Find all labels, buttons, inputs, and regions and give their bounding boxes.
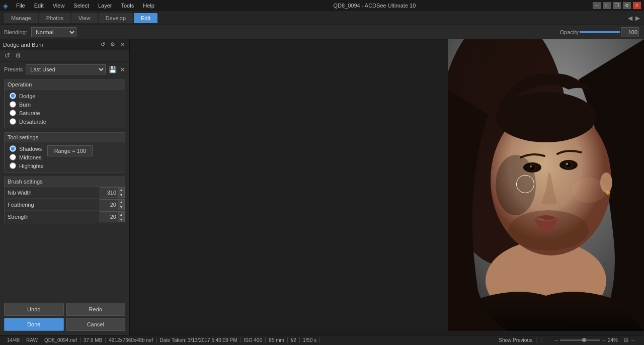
brush-row-strength: Strength ▲ ▼ — [5, 211, 125, 223]
blending-select[interactable]: Normal — [31, 27, 76, 37]
menu-view[interactable]: View — [51, 2, 67, 10]
status-right: Show Previous ⋮⋮ − + 24% ⊞ ↔ — [495, 337, 640, 344]
nav-bar: Manage Photos View Develop Edit ◀ ▶ — [0, 11, 644, 25]
zoom-grid-icon[interactable]: ⊞ — [624, 337, 628, 343]
redo-button[interactable]: Redo — [66, 303, 126, 316]
minimize-button[interactable]: ─ — [593, 2, 601, 9]
portrait-container — [448, 39, 644, 331]
status-iso: ISO 400 — [241, 337, 266, 343]
brush-row-nibwidth: Nib Width ▲ ▼ — [5, 187, 125, 199]
settings-icon[interactable]: ⚙ — [14, 51, 23, 60]
tab-develop[interactable]: Develop — [99, 13, 133, 23]
refresh-icon[interactable]: ↺ — [3, 51, 12, 60]
panel-header: Dodge and Burn ↺ ⚙ ✕ — [0, 39, 129, 50]
tool-settings-radios: Shadows Midtones Highlights — [10, 145, 43, 169]
preset-save-button[interactable]: 💾 — [109, 66, 117, 73]
tool-settings-section: Tool settings Shadows Midtones Highlight… — [4, 132, 125, 172]
preset-delete-button[interactable]: ✕ — [120, 66, 125, 73]
zoom-plus-icon[interactable]: + — [602, 337, 606, 344]
radio-dodge[interactable]: Dodge — [10, 93, 120, 99]
radio-shadows[interactable]: Shadows — [10, 145, 43, 152]
show-previous-container: Show Previous ⋮⋮ — [495, 337, 548, 343]
zoom-percentage: 24% — [608, 337, 622, 343]
tab-manage[interactable]: Manage — [4, 13, 38, 23]
zoom-fit-icon[interactable]: ↔ — [630, 337, 636, 343]
brush-nibwidth-input[interactable] — [100, 187, 118, 198]
undo-button[interactable]: Undo — [4, 303, 64, 316]
done-cancel-row: Done Cancel — [4, 318, 125, 331]
status-frame: 14/48 — [4, 337, 23, 343]
status-dimensions: 4912x7360x48b nef — [106, 337, 156, 343]
opacity-slider[interactable] — [580, 31, 620, 33]
close-button[interactable]: ✕ — [633, 2, 641, 9]
tab-photos[interactable]: Photos — [39, 13, 70, 23]
status-size: 37.6 MB — [80, 337, 106, 343]
maximize-button[interactable]: □ — [603, 2, 611, 9]
brush-settings-body: Nib Width ▲ ▼ Feathering ▲ — [5, 187, 125, 223]
status-date: Date Taken: 3/13/2017 5:40:09 PM — [156, 337, 240, 343]
cancel-button[interactable]: Cancel — [66, 318, 126, 331]
tool-settings-body: Shadows Midtones Highlights — [5, 142, 125, 172]
zoom-minus-icon[interactable]: − — [554, 337, 558, 344]
status-shutter: 1/50 s — [300, 337, 320, 343]
settings-button[interactable]: ⚙ — [623, 2, 631, 9]
radio-saturate[interactable]: Saturate — [10, 110, 120, 116]
zoom-area: − + 24% ⊞ ↔ — [550, 337, 640, 344]
panel-header-controls: ↺ ⚙ ✕ — [99, 41, 126, 48]
svg-point-16 — [496, 155, 536, 215]
done-button[interactable]: Done — [4, 318, 64, 331]
tab-view[interactable]: View — [71, 13, 98, 23]
panel-toolbar: ↺ ⚙ — [0, 50, 129, 61]
show-previous-label[interactable]: Show Previous — [499, 337, 532, 343]
radio-burn[interactable]: Burn — [10, 101, 120, 108]
zoom-slider[interactable] — [560, 339, 600, 341]
radio-desaturate-input[interactable] — [10, 118, 16, 125]
radio-midtones-input[interactable] — [10, 154, 16, 160]
radio-highlights-input[interactable] — [10, 162, 16, 169]
presets-select[interactable]: Last Used — [26, 64, 106, 74]
brush-feathering-input-container: ▲ ▼ — [100, 199, 125, 210]
radio-highlights[interactable]: Highlights — [10, 162, 43, 169]
blending-label: Blending: — [4, 29, 27, 35]
radio-shadows-input[interactable] — [10, 145, 16, 152]
brush-strength-label: Strength — [5, 214, 100, 220]
brush-feathering-input[interactable] — [100, 199, 118, 210]
menu-help[interactable]: Help — [141, 2, 156, 10]
panel-close-button[interactable]: ✕ — [119, 41, 126, 48]
panel-refresh-button[interactable]: ↺ — [99, 41, 107, 48]
panel-title: Dodge and Burn — [3, 42, 43, 48]
menu-layer[interactable]: Layer — [96, 2, 114, 10]
nibwidth-spin-up[interactable]: ▲ — [118, 188, 124, 193]
opacity-input[interactable] — [621, 27, 639, 37]
radio-dodge-label: Dodge — [19, 93, 35, 99]
strength-spin-down[interactable]: ▼ — [118, 217, 124, 222]
feathering-spin-up[interactable]: ▲ — [118, 200, 124, 205]
status-focal: 85 mm — [266, 337, 288, 343]
radio-midtones[interactable]: Midtones — [10, 154, 43, 160]
canvas-area[interactable] — [130, 39, 644, 335]
restore-button[interactable]: ❐ — [613, 2, 621, 9]
radio-saturate-label: Saturate — [19, 110, 40, 116]
menu-file[interactable]: File — [14, 2, 27, 10]
show-previous-icon: ⋮⋮ — [534, 337, 544, 343]
nibwidth-spin-down[interactable]: ▼ — [118, 193, 124, 198]
status-format: RAW — [23, 337, 41, 343]
range-input[interactable] — [47, 145, 93, 156]
brush-strength-input[interactable] — [100, 211, 118, 222]
tool-settings-title: Tool settings — [5, 133, 125, 142]
menu-tools[interactable]: Tools — [119, 2, 136, 10]
feathering-spin-down[interactable]: ▼ — [118, 205, 124, 210]
radio-burn-input[interactable] — [10, 101, 16, 108]
brush-nibwidth-label: Nib Width — [5, 190, 100, 196]
menu-edit[interactable]: Edit — [32, 2, 46, 10]
nav-icon-2: ▶ — [635, 15, 640, 22]
radio-desaturate[interactable]: Desaturate — [10, 118, 120, 125]
menu-select[interactable]: Select — [71, 2, 91, 10]
radio-saturate-input[interactable] — [10, 110, 16, 116]
radio-dodge-input[interactable] — [10, 93, 16, 99]
status-bar: 14/48 RAW QD8_0094.nef 37.6 MB 4912x7360… — [0, 335, 644, 345]
tab-edit[interactable]: Edit — [134, 13, 157, 23]
svg-point-15 — [571, 178, 606, 203]
panel-settings-button[interactable]: ⚙ — [109, 41, 117, 48]
strength-spin-up[interactable]: ▲ — [118, 212, 124, 217]
